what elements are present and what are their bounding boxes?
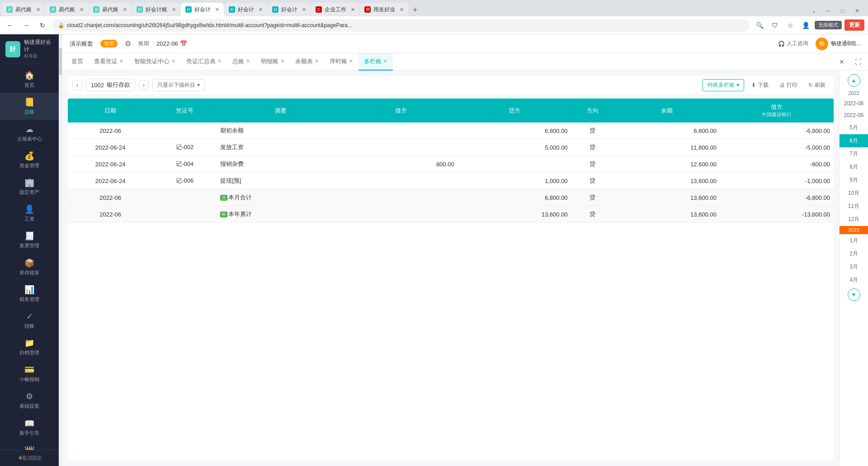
- user-info[interactable]: 畅 畅捷通B组...: [816, 38, 861, 50]
- tab-sequence-ledger[interactable]: 序时账 ✕: [324, 53, 359, 71]
- tab-voucher-summary[interactable]: 凭证汇总表 ✕: [181, 53, 227, 71]
- period-value[interactable]: 2022-06 📅: [156, 40, 187, 47]
- sidebar-item-invoice[interactable]: 🧾 发票管理: [0, 226, 59, 253]
- date-panel-item-nov[interactable]: 11月: [840, 200, 868, 213]
- date-panel-item-jun[interactable]: 6月: [840, 134, 868, 147]
- sidebar-item-funds[interactable]: 💰 资金管理: [0, 146, 59, 173]
- tab-close-2[interactable]: ✕: [80, 7, 84, 13]
- sidebar-item-guide[interactable]: 📖 新手引导: [0, 414, 59, 441]
- url-bar[interactable]: 🔒 cloud2.chanjet.com/accounting/uh26t264…: [52, 19, 750, 32]
- tab-7[interactable]: 好 好会计 ✕: [268, 3, 311, 16]
- sidebar-item-member[interactable]: 👑 畅会员: [0, 441, 59, 450]
- close-window-button[interactable]: ✕: [852, 5, 863, 16]
- tab-smart-voucher[interactable]: 智能凭证中心 ✕: [129, 53, 181, 71]
- tab-5[interactable]: 好 好会计 ✕: [181, 3, 224, 16]
- sidebar-item-home[interactable]: 🏠 首页: [0, 66, 59, 93]
- tab-3[interactable]: 易 易代账 ✕: [89, 3, 132, 16]
- minimize-button[interactable]: ─: [823, 5, 834, 16]
- sidebar-item-archive[interactable]: 📁 归档管理: [0, 334, 59, 360]
- back-button[interactable]: ←: [4, 19, 16, 32]
- date-panel-item-apr[interactable]: 4月: [840, 273, 868, 287]
- date-panel-item-jul[interactable]: 7月: [840, 147, 868, 160]
- settings-icon[interactable]: ⚙: [125, 39, 131, 48]
- date-panel-item-mar[interactable]: 3月: [840, 260, 868, 273]
- subcategory-button[interactable]: 只显示下级科目 ▾: [152, 79, 205, 91]
- date-panel-up-arrow[interactable]: ▲: [848, 74, 860, 87]
- tab-close-5[interactable]: ✕: [215, 7, 219, 13]
- tab-general-ledger-close[interactable]: ✕: [246, 58, 250, 64]
- download-button[interactable]: ⬇ 下载: [748, 80, 772, 91]
- date-panel-item-jun-2022-top[interactable]: 2022-06: [840, 98, 868, 109]
- date-panel-down-arrow[interactable]: ▼: [848, 288, 860, 301]
- date-panel-item-dec[interactable]: 12月: [840, 213, 868, 226]
- prev-account-button[interactable]: ‹: [72, 80, 82, 90]
- tab-9[interactable]: 用 用友好业 ✕: [360, 3, 408, 16]
- tab-close-8[interactable]: ✕: [351, 7, 355, 13]
- shield-browser-button[interactable]: 🛡: [769, 19, 781, 32]
- incognito-button[interactable]: 无痕模式: [815, 21, 842, 29]
- sidebar-item-cloud-report[interactable]: ☁ 云报表中心: [0, 120, 59, 146]
- sidebar-item-expense[interactable]: 💳 小畅报销: [0, 360, 59, 387]
- tab-detail-ledger-close[interactable]: ✕: [280, 58, 284, 64]
- tab-home[interactable]: 首页: [66, 53, 89, 71]
- tab-6[interactable]: 好 好会计 ✕: [224, 3, 267, 16]
- consult-button[interactable]: 🎧 人工咨询: [778, 40, 808, 47]
- tab-vouchers[interactable]: 查看凭证 ✕: [89, 53, 129, 71]
- sidebar-item-salary[interactable]: 👤 工资: [0, 200, 59, 226]
- tab-close-1[interactable]: ✕: [36, 7, 40, 13]
- tab-close-9[interactable]: ✕: [400, 7, 404, 13]
- pin-button[interactable]: ◀取消固定: [17, 455, 42, 461]
- update-button[interactable]: 更新: [844, 19, 864, 31]
- date-panel-item-jan[interactable]: 1月: [840, 234, 868, 247]
- sidebar-item-inventory[interactable]: 📦 库存核算: [0, 254, 59, 280]
- expand-page-button[interactable]: ⛶: [852, 56, 864, 68]
- tab-2[interactable]: 易 易代账 ✕: [45, 3, 88, 16]
- sidebar-item-fixed-assets[interactable]: 🏢 固定资产: [0, 173, 59, 200]
- tab-balance-table[interactable]: 余额表 ✕: [290, 53, 324, 71]
- forward-button[interactable]: →: [20, 19, 33, 32]
- sidebar-scrollbar[interactable]: [59, 34, 62, 466]
- account-tag[interactable]: 管用: [100, 40, 118, 47]
- voucher-link[interactable]: 记-004: [176, 160, 193, 167]
- sidebar-item-tax[interactable]: 📊 税务管理: [0, 280, 59, 307]
- date-panel-current-year[interactable]: 2023: [840, 226, 868, 234]
- search-browser-button[interactable]: 🔍: [753, 19, 766, 32]
- reload-button[interactable]: ↻: [36, 19, 49, 32]
- tab-detail-ledger[interactable]: 明细账 ✕: [255, 53, 290, 71]
- date-panel-item-sep[interactable]: 9月: [840, 174, 868, 187]
- new-tab-button[interactable]: +: [409, 4, 421, 16]
- date-panel-item-oct[interactable]: 10月: [840, 187, 868, 200]
- maximize-button[interactable]: □: [837, 5, 848, 16]
- tab-close-6[interactable]: ✕: [259, 7, 263, 13]
- voucher-link[interactable]: 记-006: [176, 177, 193, 184]
- date-panel-item-jun-2022-2[interactable]: 2022-06: [840, 109, 868, 121]
- tab-multi-column[interactable]: 多栏账 ✕: [359, 53, 393, 71]
- close-page-button[interactable]: ✕: [835, 56, 848, 68]
- date-panel-item-feb[interactable]: 2月: [840, 247, 868, 260]
- tab-list-button[interactable]: ⌄: [808, 5, 819, 16]
- tab-close-4[interactable]: ✕: [172, 7, 176, 13]
- tab-8[interactable]: C 企业工作 ✕: [311, 3, 359, 16]
- tab-balance-table-close[interactable]: ✕: [315, 58, 319, 64]
- profile-button[interactable]: 👤: [799, 19, 812, 32]
- tab-general-ledger[interactable]: 总账 ✕: [227, 53, 255, 71]
- tab-close-3[interactable]: ✕: [123, 7, 127, 13]
- date-panel-item-may[interactable]: 5月: [840, 121, 868, 134]
- special-multicolumn-button[interactable]: 特殊多栏账 ▾: [703, 79, 744, 91]
- sidebar-item-closing[interactable]: ✓ 结账: [0, 307, 59, 334]
- sidebar-item-settings[interactable]: ⚙ 基础设置: [0, 387, 59, 414]
- next-account-button[interactable]: ›: [139, 80, 149, 90]
- tab-4[interactable]: 好 好会计账 ✕: [132, 3, 180, 16]
- bookmark-button[interactable]: ☆: [784, 19, 797, 32]
- account-selector[interactable]: 1002 银行存款: [86, 79, 135, 91]
- tab-voucher-summary-close[interactable]: ✕: [217, 58, 222, 64]
- print-button[interactable]: 🖨 打印: [776, 80, 801, 91]
- date-panel-item-aug[interactable]: 8月: [840, 160, 868, 174]
- tab-sequence-ledger-close[interactable]: ✕: [349, 58, 353, 64]
- tab-multi-column-close[interactable]: ✕: [383, 58, 387, 64]
- tab-smart-voucher-close[interactable]: ✕: [171, 58, 175, 64]
- tab-vouchers-close[interactable]: ✕: [119, 58, 123, 64]
- voucher-link[interactable]: 记-002: [176, 144, 193, 151]
- tab-1[interactable]: 易 易代账 ✕: [2, 3, 45, 16]
- sidebar-item-ledger[interactable]: 📒 总账: [0, 93, 59, 119]
